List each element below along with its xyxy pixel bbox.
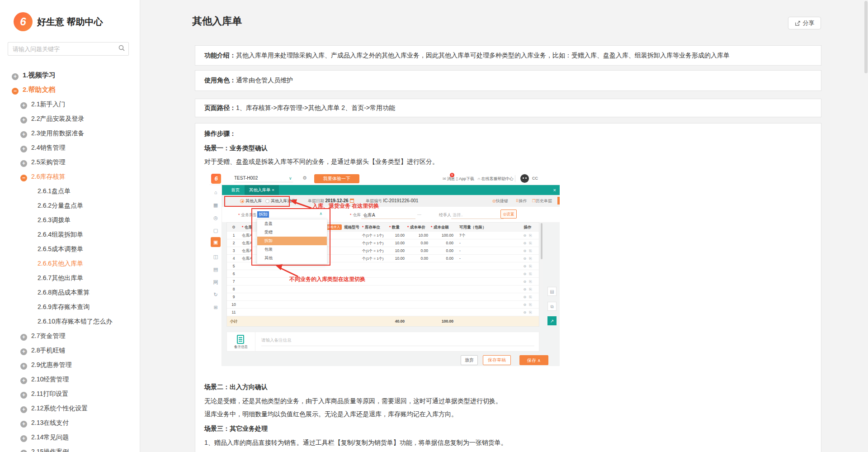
- remark-section: 备注信息 请输入备注信息: [226, 332, 539, 352]
- expand-icon[interactable]: +: [20, 363, 27, 370]
- sidebar-item[interactable]: 2.6.8商品成本重算: [0, 285, 140, 300]
- message-icon: ✉: [443, 176, 446, 181]
- sidebar-item[interactable]: 2.6.4组装拆卸单: [0, 227, 140, 242]
- app-header-link-App下载: ▯App下载: [456, 176, 474, 182]
- sidebar-item[interactable]: 2.6.5成本调整单: [0, 242, 140, 256]
- search-input[interactable]: [8, 46, 115, 52]
- app-logo-icon: 6: [211, 174, 221, 184]
- sidebar-search[interactable]: [8, 42, 129, 56]
- collapse-icon[interactable]: −: [12, 88, 19, 95]
- feature-intro-label: 功能介绍：: [204, 52, 236, 59]
- sidebar-item[interactable]: +2.5采购管理: [0, 155, 140, 169]
- sidebar-item[interactable]: +2.10经营管理: [0, 372, 140, 386]
- copy-row-icon: ⎘: [529, 233, 532, 238]
- table-cell: ⊖⎘: [518, 278, 537, 285]
- search-icon[interactable]: [115, 45, 128, 53]
- table-cell: ⊖⎘: [518, 232, 537, 239]
- sidebar-item-label: 2.10经营管理: [31, 376, 69, 383]
- table-cell: -: [455, 247, 518, 254]
- brand-title: 好生意 帮助中心: [37, 16, 103, 28]
- expand-icon[interactable]: +: [20, 117, 27, 124]
- expand-icon[interactable]: +: [12, 73, 19, 80]
- sidebar-item[interactable]: +2.8手机旺铺: [0, 343, 140, 357]
- table-cell: [406, 262, 429, 270]
- message-badge: 9: [450, 173, 454, 177]
- expand-icon[interactable]: +: [20, 406, 27, 413]
- label: App下载: [459, 176, 474, 181]
- sidebar-item[interactable]: +2.1新手入门: [0, 97, 140, 111]
- user-role-box: 使用角色：通常由仓管人员维护: [195, 70, 821, 91]
- sidebar-item-label: 2.6库存核算: [31, 173, 65, 180]
- expand-icon[interactable]: +: [20, 450, 27, 452]
- copy-row-icon: ⎘: [529, 241, 532, 245]
- app-username: CC: [532, 176, 538, 181]
- service-icon: ∩: [477, 176, 480, 181]
- scene3-text-1: 1、赠品入库的商品直接转为销售。通过工具栏【复制/复制为销货单】功能，将单据信息…: [204, 439, 507, 447]
- table-cell: [265, 301, 343, 308]
- table-cell: [361, 262, 388, 270]
- sidebar-item[interactable]: −2.6库存核算: [0, 169, 140, 184]
- sidebar-item[interactable]: −2.帮助文档: [0, 82, 140, 97]
- feature-intro-text: 其他入库单用来处理除采购入库、产成品入库之外的其他入库业务，因此其他入库单可处理…: [236, 52, 730, 59]
- page-scrollbar[interactable]: [864, 1, 868, 73]
- table-cell: 5: [227, 262, 241, 270]
- expand-icon[interactable]: +: [20, 421, 27, 428]
- sidebar-item[interactable]: +2.14常见问题: [0, 430, 140, 444]
- delete-row-icon: ⊖: [523, 287, 526, 291]
- table-cell: [429, 293, 455, 300]
- expand-icon[interactable]: +: [20, 146, 27, 152]
- app-topbar: 6 TEST-H002 ∨ ⚙ 我要体验一下 ✉消息▯App下载∩在线客服?帮助…: [209, 172, 560, 185]
- expand-icon[interactable]: +: [20, 392, 27, 399]
- sidebar-item[interactable]: +2.7资金管理: [0, 328, 140, 343]
- sidebar-item[interactable]: +2.11打印设置: [0, 386, 140, 401]
- expand-icon[interactable]: +: [20, 131, 27, 138]
- expand-icon[interactable]: +: [20, 435, 27, 442]
- sidebar-item[interactable]: +1.视频学习: [0, 68, 140, 82]
- table-cell: 个(1个 = 1个): [361, 239, 388, 247]
- sidebar-item[interactable]: +2.3使用前数据准备: [0, 126, 140, 140]
- sidebar-item[interactable]: 2.6.7其他出库单: [0, 271, 140, 285]
- brand: 6 好生意 帮助中心: [14, 12, 103, 31]
- collapse-icon[interactable]: −: [20, 175, 27, 181]
- table-cell: ⊖⎘: [518, 293, 537, 300]
- expand-icon[interactable]: +: [20, 102, 27, 109]
- sidebar-item[interactable]: 2.6.9库存账本查询: [0, 300, 140, 314]
- table-cell: 2: [227, 239, 241, 247]
- close-icon: ×: [553, 185, 556, 195]
- copy-row-icon: ⎘: [529, 280, 532, 284]
- sidebar-item[interactable]: 2.6.1盘点单: [0, 184, 140, 198]
- table-row: 10⊖⎘: [227, 301, 539, 309]
- sidebar-item[interactable]: 2.6.3调拨单: [0, 213, 140, 227]
- sidebar-item[interactable]: +2.15操作案例: [0, 444, 140, 452]
- expand-icon[interactable]: +: [20, 348, 27, 355]
- sidebar-item-label: 2.5采购管理: [31, 158, 65, 166]
- share-button[interactable]: 分享: [788, 17, 821, 29]
- table-cell: [343, 232, 361, 239]
- sidebar-item[interactable]: +2.9优惠券管理: [0, 357, 140, 372]
- table-cell: [361, 293, 388, 300]
- delete-row-icon: ⊖: [523, 241, 526, 245]
- expand-icon[interactable]: +: [20, 160, 27, 167]
- sidebar-item[interactable]: +2.2产品安装及登录: [0, 111, 140, 126]
- sidebar-item[interactable]: +2.13在线支付: [0, 415, 140, 430]
- table-cell: [455, 293, 518, 300]
- expand-icon[interactable]: +: [20, 334, 27, 341]
- sidebar-item[interactable]: +2.4销售管理: [0, 140, 140, 155]
- sidebar-item[interactable]: +2.12系统个性化设置: [0, 401, 140, 415]
- dropdown-option: 受赠: [257, 228, 327, 237]
- copy-row-icon: ⎘: [529, 272, 532, 276]
- biz-type-value: 拆卸: [257, 211, 269, 218]
- sidebar-item[interactable]: 2.6.10库存账本错了怎么办: [0, 314, 140, 328]
- sidebar-item[interactable]: 2.6.2分量盘点单: [0, 198, 140, 213]
- table-cell: ⊖⎘: [518, 309, 537, 316]
- scene2-text-1: 无论是受赠，还是其他类型的业务，由于入库商品质量等原因，需要退回，这时可通过单据…: [204, 397, 502, 405]
- expand-icon[interactable]: +: [20, 377, 27, 384]
- table-cell: 11: [227, 309, 241, 316]
- page-path-label: 页面路径：: [204, 104, 236, 111]
- scene1-heading: 场景一：业务类型确认: [204, 144, 268, 152]
- sidebar-item-label: 2.4销售管理: [31, 144, 65, 151]
- brand-logo-icon: 6: [14, 12, 33, 31]
- discard-button: 放弃: [461, 355, 478, 365]
- dropdown-option: 包装: [257, 245, 327, 254]
- sidebar-item[interactable]: 2.6.6其他入库单: [0, 256, 140, 271]
